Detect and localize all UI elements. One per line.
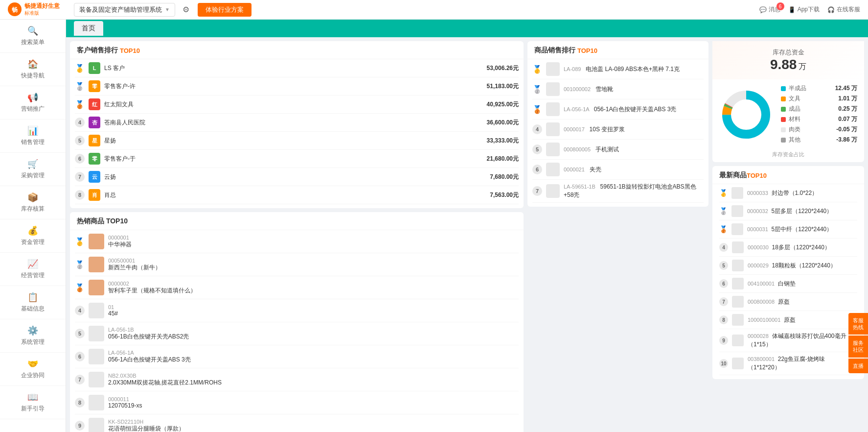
sidebar-item-system[interactable]: ⚙️ 系统管理: [0, 319, 66, 353]
product-code: LA-056-1A: [564, 106, 592, 112]
medal-icon: 🥇: [75, 64, 85, 73]
legend-name: 成品: [789, 105, 835, 113]
settings-icon[interactable]: ⚙: [179, 3, 193, 17]
new-product-name: 原盔: [784, 316, 796, 323]
product-code: LA-089: [564, 66, 584, 72]
customer-rank-item: 6 零 零售客户-于 21,680.00元: [75, 150, 519, 168]
mobile-icon: 📱: [788, 6, 796, 13]
system-title: 装备及固定资产辅助管理系统: [79, 5, 162, 14]
new-product-info: 0000029 18颗粒板（1220*2440）: [748, 262, 857, 270]
hot-products-title: 热销商品 TOP10: [77, 217, 128, 226]
product-rank-item: 🥉 LA-056-1A 056-1A白色按键开关盖ABS 3壳: [532, 99, 704, 120]
medal-icon: 🥈: [719, 207, 728, 215]
hot-product-item: 6 LA-056-1A 056-1A白色按键开关盖ABS 3壳: [75, 345, 519, 368]
purchase-icon: 🛒: [27, 159, 38, 169]
product-code: LA-056-1B: [108, 327, 519, 333]
product-thumbnail: [89, 326, 104, 341]
sidebar-item-search[interactable]: 🔍 搜索菜单: [0, 20, 66, 53]
sidebar-label-finance: 资金管理: [21, 238, 45, 246]
float-btn-community[interactable]: 服务社区: [848, 336, 868, 358]
rank-number: 7: [719, 297, 728, 306]
customer-rank-header: 客户销售排行 TOP10: [70, 41, 524, 59]
sidebar-item-enterprise[interactable]: 🤝 企业协同: [0, 353, 66, 386]
float-btn-service[interactable]: 客服热线: [848, 313, 868, 335]
product-info: 0000021 夹壳: [564, 166, 704, 174]
notifications-btn[interactable]: 💬 消息 6: [759, 5, 780, 14]
system-icon: ⚙️: [27, 325, 38, 336]
product-thumbnail: [546, 143, 560, 156]
main-layout: 🔍 搜索菜单 🏠 快捷导航 📢 营销推广 📊 销售管理 🛒 采购管理 📦 库存核…: [0, 20, 868, 432]
medal-icon: 🥉: [532, 105, 542, 114]
logo-icon: 畅: [8, 2, 22, 16]
product-code: LA-59651-1B: [564, 184, 598, 190]
product-rank-column: 商品销售排行 TOP10 🥇 LA-089 电池盖 LA-089 ABS本色+黑…: [527, 41, 708, 432]
product-name: 056-1A白色按键开关盖ABS 3壳: [594, 106, 677, 113]
sidebar-item-purchase[interactable]: 🛒 采购管理: [0, 153, 66, 186]
customer-avatar: 零: [89, 153, 100, 165]
inventory-chart-label: 库存资金占比: [712, 151, 864, 162]
product-name: 雪地靴: [595, 86, 613, 93]
product-code: 0000011: [108, 396, 519, 402]
product-code: 0000002: [108, 281, 519, 287]
customer-amount: 7,563.00元: [490, 191, 519, 199]
product-info: 0000002 智利车子里（规格不知道填什么）: [108, 281, 519, 295]
sidebar-item-basic[interactable]: 📋 基础信息: [0, 286, 66, 319]
product-name: 花语萌恒温分腿睡袋（厚款）: [108, 425, 519, 432]
dropdown-arrow-icon: ▼: [165, 7, 170, 12]
sidebar-item-sales[interactable]: 📊 销售管理: [0, 120, 66, 153]
legend-value: 0.07 万: [838, 115, 857, 123]
sidebar-item-operations[interactable]: 📈 经营管理: [0, 253, 66, 286]
content-area: 首页 客户销售排行 TOP10 🥇 L LS 客户 53,006.26元: [66, 20, 868, 432]
sidebar-item-inventory[interactable]: 📦 库存核算: [0, 186, 66, 219]
new-product-thumbnail: [732, 358, 744, 369]
rank-number: 6: [75, 352, 85, 361]
legend-value: -3.86 万: [836, 136, 857, 144]
customer-avatar: 红: [89, 98, 100, 110]
marketing-icon: 📢: [27, 92, 38, 103]
legend-name: 文具: [789, 95, 835, 103]
product-name: 45#: [108, 310, 519, 317]
system-selector[interactable]: 装备及固定资产辅助管理系统 ▼: [74, 3, 175, 17]
sidebar-item-quicknav[interactable]: 🏠 快捷导航: [0, 53, 66, 86]
customer-avatar: 云: [89, 171, 100, 183]
new-product-code: 0000030: [748, 244, 770, 250]
legend-color-dot: [781, 96, 786, 101]
product-code: 000500001: [108, 258, 519, 264]
product-code: 0000017: [564, 126, 588, 132]
hot-products-section: 热销商品 TOP10 🥇 0000001 中华神器 🥈 000500001 新西…: [70, 212, 524, 432]
rank-number: 6: [532, 165, 542, 174]
trial-button[interactable]: 体验行业方案: [198, 3, 251, 17]
new-products-top: TOP10: [747, 172, 767, 179]
legend-item: 半成品 12.45 万: [781, 84, 857, 93]
sidebar-item-finance[interactable]: 💰 资金管理: [0, 219, 66, 253]
app-download-btn[interactable]: 📱 App下载: [788, 5, 820, 14]
customer-amount: 33,333.00元: [487, 137, 519, 145]
basic-icon: 📋: [27, 292, 38, 303]
online-service-btn[interactable]: 🎧 在线客服: [827, 5, 860, 14]
legend-item: 肉类 -0.05 万: [781, 125, 857, 134]
legend-value: 0.25 万: [838, 105, 857, 113]
legend-item: 成品 0.25 万: [781, 105, 857, 113]
product-info: 0000001 中华神器: [108, 235, 519, 249]
product-thumbnail: [89, 234, 104, 249]
customer-rank-title: 客户销售排行: [77, 46, 118, 55]
sidebar-item-marketing[interactable]: 📢 营销推广: [0, 86, 66, 120]
product-info: 000800005 手机测试: [564, 145, 704, 154]
donut-chart-wrapper: [719, 88, 773, 143]
product-thumbnail: [89, 257, 104, 272]
chart-area: 半成品 12.45 万 文具 1.01 万 成品 0.25 万 材料 0.07 …: [712, 79, 864, 151]
new-product-name: 封边带（1.0*22）: [772, 190, 818, 196]
product-thumbnail: [546, 82, 560, 96]
product-name: 智利车子里（规格不知道填什么）: [108, 287, 519, 295]
sidebar-label-enterprise: 企业协同: [21, 371, 45, 380]
medal-icon: 🥉: [75, 100, 85, 109]
new-product-item: 🥉 0000031 5层中纤（1220*2440）: [719, 220, 857, 239]
rank-number: 5: [719, 261, 728, 270]
float-btn-live[interactable]: 直播: [848, 359, 868, 373]
tab-home[interactable]: 首页: [74, 21, 103, 36]
new-product-item: 🥇 0000033 封边带（1.0*22）: [719, 184, 857, 202]
product-rank-item: 5 000800005 手机测试: [532, 140, 704, 160]
sidebar-label-guide: 新手引导: [21, 405, 45, 413]
new-products-title: 最新商品: [719, 171, 747, 180]
sidebar-item-guide[interactable]: 📖 新手引导: [0, 386, 66, 419]
